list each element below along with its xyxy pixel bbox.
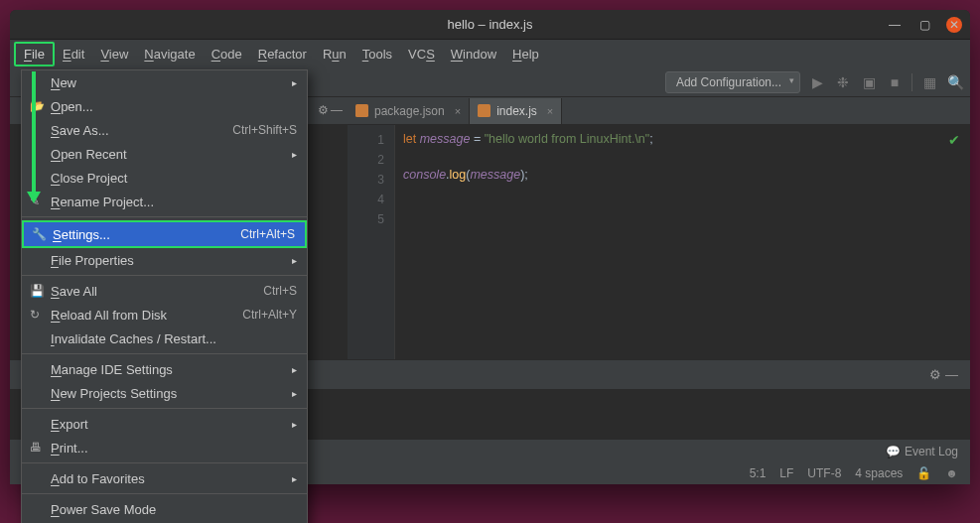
menu-edit[interactable]: Edit xyxy=(55,44,92,65)
inspections-icon[interactable]: ☻ xyxy=(945,466,958,480)
minimize-icon[interactable]: — xyxy=(887,17,903,33)
submenu-arrow-icon: ▸ xyxy=(292,149,297,160)
menu-item-close-project[interactable]: Close Project xyxy=(22,166,307,190)
shortcut: Ctrl+Shift+S xyxy=(232,123,297,137)
menu-view[interactable]: View xyxy=(92,44,136,65)
file-encoding[interactable]: UTF-8 xyxy=(807,466,841,480)
reload-icon: ↻ xyxy=(30,308,44,322)
menu-item-file-properties[interactable]: File Properties▸ xyxy=(22,248,307,272)
menu-item-power-save-mode[interactable]: Power Save Mode xyxy=(22,497,307,521)
menu-item-new[interactable]: New▸ xyxy=(22,70,307,94)
run-icon[interactable]: ▶ xyxy=(808,73,826,91)
close-tab-icon[interactable]: × xyxy=(547,105,553,117)
speech-bubble-icon: 💬 xyxy=(886,445,901,458)
menu-separator xyxy=(22,275,307,276)
menu-item-save-as[interactable]: Save As...Ctrl+Shift+S xyxy=(22,118,307,142)
close-icon[interactable]: ✕ xyxy=(946,17,962,33)
menu-navigate[interactable]: Navigate xyxy=(136,44,203,65)
line-separator[interactable]: LF xyxy=(779,466,793,480)
menu-item-add-to-favorites[interactable]: Add to Favorites▸ xyxy=(22,466,307,490)
json-file-icon xyxy=(355,104,368,117)
menu-separator xyxy=(22,216,307,217)
indent-setting[interactable]: 4 spaces xyxy=(855,466,903,480)
maximize-icon[interactable]: ▢ xyxy=(916,17,932,33)
ide-window: hello – index.js — ▢ ✕ File Edit View Na… xyxy=(10,10,970,484)
menubar: File Edit View Navigate Code Refactor Ru… xyxy=(10,40,970,67)
submenu-arrow-icon: ▸ xyxy=(292,77,297,88)
tab-package-json[interactable]: package.json × xyxy=(348,98,470,124)
menu-item-print[interactable]: 🖶Print... xyxy=(22,436,307,459)
menu-window[interactable]: Window xyxy=(443,44,504,65)
hide-icon[interactable]: — xyxy=(945,367,958,382)
event-log-button[interactable]: 💬 Event Log xyxy=(886,445,958,458)
menu-item-rename-project[interactable]: ✎Rename Project... xyxy=(22,190,307,213)
menu-item-export[interactable]: Export▸ xyxy=(22,412,307,436)
project-structure-icon[interactable]: ▦ xyxy=(920,73,938,91)
menu-separator xyxy=(22,493,307,494)
submenu-arrow-icon: ▸ xyxy=(292,364,297,375)
menu-item-new-projects-settings[interactable]: New Projects Settings▸ xyxy=(22,381,307,405)
save-icon: 💾 xyxy=(30,284,44,298)
menu-item-invalidate-caches-restart[interactable]: Invalidate Caches / Restart... xyxy=(22,327,307,350)
js-file-icon xyxy=(478,104,490,117)
code-body[interactable]: let message = "hello world from LinuxHin… xyxy=(395,125,970,359)
close-tab-icon[interactable]: × xyxy=(455,105,461,117)
shortcut: Ctrl+Alt+S xyxy=(240,227,295,241)
tab-index-js[interactable]: index.js × xyxy=(470,98,562,124)
menu-tools[interactable]: Tools xyxy=(354,44,400,65)
wrench-icon: 🔧 xyxy=(32,227,46,241)
menu-separator xyxy=(22,353,307,354)
submenu-arrow-icon: ▸ xyxy=(292,388,297,399)
menu-separator xyxy=(22,408,307,409)
analysis-ok-icon: ✔ xyxy=(948,131,960,149)
menu-run[interactable]: Run xyxy=(315,44,354,65)
search-icon[interactable]: 🔍 xyxy=(946,73,964,91)
submenu-arrow-icon: ▸ xyxy=(292,473,297,484)
add-configuration-button[interactable]: Add Configuration... xyxy=(665,71,800,93)
svg-rect-1 xyxy=(478,104,490,117)
menu-item-open[interactable]: 📂Open... xyxy=(22,94,307,118)
menu-item-settings[interactable]: 🔧Settings...Ctrl+Alt+S xyxy=(22,220,307,248)
submenu-arrow-icon: ▸ xyxy=(292,419,297,430)
gear-icon[interactable]: ⚙ xyxy=(929,367,941,382)
submenu-arrow-icon: ▸ xyxy=(292,255,297,266)
tool-window-settings[interactable]: ⚙— xyxy=(318,103,343,117)
svg-rect-0 xyxy=(355,104,368,117)
window-title: hello – index.js xyxy=(448,17,533,32)
menu-refactor[interactable]: Refactor xyxy=(250,44,315,65)
annotation-arrow xyxy=(32,71,36,200)
menu-file[interactable]: File xyxy=(14,42,55,66)
menu-item-reload-all-from-disk[interactable]: ↻Reload All from DiskCtrl+Alt+Y xyxy=(22,303,307,327)
readonly-lock-icon[interactable]: 🔓 xyxy=(916,466,931,480)
menu-item-open-recent[interactable]: Open Recent▸ xyxy=(22,142,307,166)
cursor-position[interactable]: 5:1 xyxy=(750,466,767,480)
menu-item-save-all[interactable]: 💾Save AllCtrl+S xyxy=(22,279,307,303)
menu-item-manage-ide-settings[interactable]: Manage IDE Settings▸ xyxy=(22,357,307,381)
separator xyxy=(911,73,912,91)
window-controls: — ▢ ✕ xyxy=(887,17,962,33)
print-icon: 🖶 xyxy=(30,441,44,455)
coverage-icon[interactable]: ▣ xyxy=(860,73,878,91)
shortcut: Ctrl+Alt+Y xyxy=(242,308,297,322)
line-gutter: 1 2 3 4 5 xyxy=(348,125,395,359)
file-dropdown: New▸📂Open...Save As...Ctrl+Shift+SOpen R… xyxy=(21,69,308,523)
menu-separator xyxy=(22,462,307,463)
stop-icon[interactable]: ■ xyxy=(886,73,904,91)
debug-icon[interactable]: ❉ xyxy=(834,73,852,91)
titlebar: hello – index.js — ▢ ✕ xyxy=(10,10,970,40)
menu-vcs[interactable]: VCS xyxy=(400,44,443,65)
shortcut: Ctrl+S xyxy=(263,284,297,298)
menu-code[interactable]: Code xyxy=(204,44,250,65)
menu-help[interactable]: Help xyxy=(504,44,547,65)
gear-icon: ⚙ xyxy=(318,103,329,117)
